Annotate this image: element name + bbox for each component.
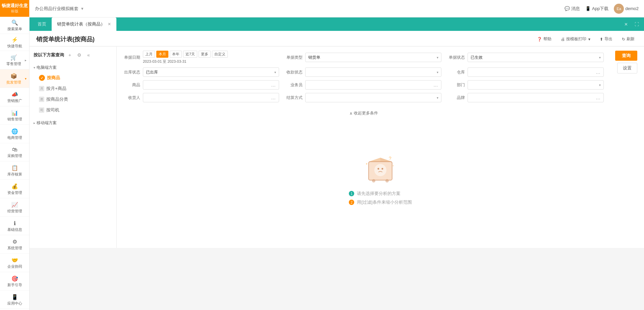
svg-point-5: [378, 168, 379, 170]
quick-nav-label: 快捷导航: [1, 44, 28, 49]
filter-panel: 单据日期 上月 本月 本年 近7天 更多 自定义: [117, 47, 610, 121]
scheme-settings-btn[interactable]: ⚙: [75, 51, 83, 59]
system-icon: ⚙: [1, 239, 28, 245]
settings-btn[interactable]: 设置: [617, 63, 637, 73]
filter-department-row: 部门 ▾: [448, 80, 604, 90]
scheme-item-by-category-icon: 类: [39, 97, 44, 102]
sidebar-item-app-center[interactable]: 📱 应用中心: [0, 291, 29, 309]
sidebar-item-operations[interactable]: 📈 经营管理: [0, 198, 29, 217]
finance-label: 资金管理: [1, 190, 28, 195]
date-more-btn[interactable]: 更多: [199, 51, 211, 58]
filter-payment-status-row: 收款状态 ▾: [286, 67, 441, 77]
app-download-btn[interactable]: 📱 App下载: [585, 6, 608, 12]
sidebar-item-quick-nav[interactable]: ⚡ 快捷导航: [0, 34, 29, 51]
two-panel: 按以下方案查询 + ⚙ « ▾ 电脑端方案 ✓ 按商品: [30, 47, 644, 248]
sidebar-item-finance[interactable]: 💰 资金管理: [0, 180, 29, 198]
tab-sales-stat[interactable]: 销货单统计表（按商品） ✕: [52, 17, 116, 31]
empty-tip-2: 2 用[过滤]条件来缩小分析范围: [349, 199, 412, 205]
scheme-add-btn[interactable]: +: [66, 51, 73, 59]
scheme-item-by-category-label: 按商品分类: [46, 96, 68, 102]
scheme-item-by-category[interactable]: 类 按商品分类: [30, 94, 116, 105]
query-btn[interactable]: 查询: [615, 51, 637, 61]
sidebar-item-enterprise[interactable]: 🤝 企业协同: [0, 254, 29, 272]
filter-out-status-row: 出库状态 已出库 ▾: [123, 67, 279, 77]
sidebar: 畅捷通好生意 标版 🔍 搜索菜单 ⚡ 快捷导航 🛒 零售管理 ▸ 📦 批发管理 …: [0, 0, 30, 310]
print-btn[interactable]: 🖨 按模板打印 ▾: [558, 35, 593, 43]
receiver-label: 收货人: [123, 95, 140, 101]
message-btn[interactable]: 💬 消息: [565, 6, 580, 12]
sidebar-item-sales[interactable]: 📊 销售管理: [0, 106, 29, 125]
app-center-label: 应用中心: [1, 301, 28, 306]
scheme-group-pc-arrow: ▾: [34, 66, 35, 69]
refresh-btn[interactable]: ↻ 刷新: [619, 35, 637, 43]
right-panel: 单据日期 上月 本月 本年 近7天 更多 自定义: [117, 47, 644, 248]
tab-close-window-btn[interactable]: ✕: [621, 19, 631, 29]
export-btn[interactable]: ⬆ 导出: [597, 35, 615, 43]
filter-row-2: 出库状态 已出库 ▾ 收款状态: [123, 67, 604, 77]
scheme-item-by-month-product[interactable]: 月 按月+商品: [30, 83, 116, 94]
svg-point-10: [372, 179, 375, 183]
tab-expand-btn[interactable]: ⛶: [632, 19, 641, 29]
sidebar-item-guide[interactable]: 🎯 新手引导: [0, 272, 29, 291]
basic-info-icon: ℹ: [1, 220, 28, 226]
date-last7-btn[interactable]: 近7天: [183, 51, 197, 58]
settlement-label: 结算方式: [286, 95, 303, 101]
product-field[interactable]: …: [143, 80, 279, 90]
doc-status-field[interactable]: 已生效 ▾: [468, 53, 604, 62]
doc-type-field[interactable]: 销货单 ▾: [305, 53, 441, 62]
filter-doc-status-row: 单据状态 已生效 ▾: [448, 51, 604, 64]
search-nav-label: 搜索菜单: [1, 27, 28, 32]
out-status-label: 出库状态: [123, 69, 140, 75]
brand-field[interactable]: …: [468, 93, 604, 102]
topbar: 办公用品行业模拟账套 ▾ 💬 消息 📱 App下载 Ea demo2: [30, 0, 644, 17]
scheme-panel-title: 按以下方案查询: [34, 52, 64, 58]
receiver-field[interactable]: …: [143, 93, 279, 102]
tab-close-btn[interactable]: ✕: [108, 22, 111, 27]
tab-home[interactable]: 首页: [32, 17, 52, 31]
export-label: 导出: [604, 36, 612, 42]
out-status-field[interactable]: 已出库 ▾: [143, 67, 279, 77]
date-prev-month-btn[interactable]: 上月: [143, 51, 155, 58]
help-btn[interactable]: ❓ 帮助: [534, 35, 554, 43]
scheme-item-by-product[interactable]: ✓ 按商品: [30, 72, 116, 83]
department-field[interactable]: ▾: [468, 80, 604, 90]
collapse-filters-btn[interactable]: ∧ 收起更多条件: [345, 109, 382, 117]
sidebar-item-wholesale[interactable]: 📦 批发管理 ▾: [0, 69, 29, 88]
salesperson-field[interactable]: …: [305, 80, 441, 90]
scheme-collapse-btn[interactable]: «: [85, 51, 92, 59]
scheme-group-mobile-header[interactable]: ▸ 移动端方案: [30, 118, 116, 128]
sidebar-item-basic-info[interactable]: ℹ 基础信息: [0, 217, 29, 235]
scheme-group-pc-header[interactable]: ▾ 电脑端方案: [30, 63, 116, 72]
scheme-group-mobile-label: 移动端方案: [37, 120, 57, 126]
sidebar-item-inventory[interactable]: 📋 库存核算: [0, 161, 29, 180]
refresh-label: 刷新: [627, 36, 635, 42]
payment-status-field[interactable]: ▾: [305, 67, 441, 77]
marketing-label: 营销推广: [1, 98, 28, 103]
sidebar-item-marketing[interactable]: 📣 营销推广: [0, 88, 29, 106]
operations-icon: 📈: [1, 202, 28, 208]
sidebar-item-search[interactable]: 🔍 搜索菜单: [0, 17, 29, 34]
user-menu-btn[interactable]: Ea demo2: [614, 4, 639, 14]
page-actions: ❓ 帮助 🖨 按模板打印 ▾ ⬆ 导出 ↻ 刷新: [534, 35, 637, 43]
search-nav-icon: 🔍: [1, 19, 28, 26]
svg-marker-1: [369, 158, 380, 162]
date-this-year-btn[interactable]: 本年: [170, 51, 182, 58]
sidebar-item-ecommerce[interactable]: 🌐 电商管理: [0, 125, 29, 143]
inventory-label: 库存核算: [1, 172, 28, 177]
sidebar-item-system[interactable]: ⚙ 系统管理: [0, 235, 29, 254]
sales-label: 销售管理: [1, 117, 28, 122]
svg-point-6: [382, 168, 383, 170]
date-custom-btn[interactable]: 自定义: [212, 51, 228, 58]
out-status-arrow: ▾: [274, 70, 276, 74]
sidebar-item-purchase[interactable]: 🛍 采购管理: [0, 143, 29, 161]
sidebar-item-wechat[interactable]: 💬 企业微信: [0, 309, 29, 310]
settlement-field[interactable]: ▾: [305, 93, 441, 102]
retail-icon: 🛒: [3, 54, 25, 61]
scheme-item-by-printer[interactable]: 司 按司机: [30, 105, 116, 115]
department-arrow: ▾: [599, 83, 601, 87]
warehouse-field[interactable]: …: [468, 67, 604, 77]
date-this-month-btn[interactable]: 本月: [156, 51, 168, 58]
sidebar-item-retail[interactable]: 🛒 零售管理 ▸: [0, 51, 29, 69]
app-center-icon: 📱: [1, 294, 28, 300]
content-area: 销货单统计表(按商品) ❓ 帮助 🖨 按模板打印 ▾ ⬆ 导出: [30, 31, 644, 310]
